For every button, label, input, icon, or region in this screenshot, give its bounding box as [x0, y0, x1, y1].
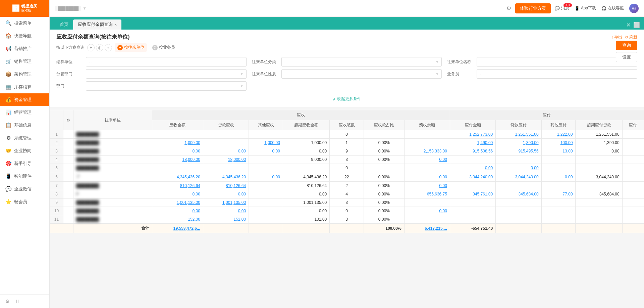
export-btn[interactable]: ↑ 导出 [611, 34, 622, 40]
sidebar-item-biz-wechat[interactable]: 💬 企业微信 [0, 183, 49, 195]
topbar-gear-icon[interactable]: ⚙ [506, 5, 511, 11]
cell-ap-other[interactable]: 1,222.00 [541, 130, 576, 139]
cell-ar-amount[interactable]: 0.00 [152, 207, 203, 215]
cell-ap-last [622, 130, 644, 139]
collapse-more-btn[interactable]: ∧ 收起更多条件 [333, 95, 361, 103]
sidebar-item-inventory[interactable]: 🏢 库存核算 [0, 81, 49, 93]
cell-ar-other[interactable]: 1,000.00 [249, 139, 283, 147]
messages-btn[interactable]: 💬 消息 99+ [555, 5, 569, 11]
settlement-unit-input[interactable]: ··· [86, 57, 247, 67]
sidebar-item-marketing[interactable]: 📢 营销推广 [0, 42, 49, 55]
cell-ar-amount[interactable]: 4,345,436.20 [152, 172, 203, 182]
user-profile-btn[interactable]: Rit [629, 4, 639, 13]
cell-ap-loan[interactable]: 0.00 [496, 164, 541, 172]
online-service-btn[interactable]: 🎧 在线客服 [601, 5, 624, 11]
sidebar-settings-btn[interactable]: ⚙ [4, 297, 11, 305]
cell-ap-other[interactable]: 13.00 [541, 147, 576, 156]
cell-ap-amount[interactable]: 915,508.56 [450, 147, 495, 156]
cell-ap-amount[interactable]: 3,044,240.00 [450, 172, 495, 182]
tab-home[interactable]: 首页 [55, 19, 73, 30]
sidebar-item-fund[interactable]: 💰 资金管理 [0, 93, 49, 106]
sidebar-toggle-btn[interactable]: ⏸ [14, 297, 21, 305]
cell-ap-loan[interactable]: 3,044,240.00 [496, 172, 541, 182]
sidebar-item-smart-hw[interactable]: 📱 智能硬件 [0, 170, 49, 183]
cell-ar-loan[interactable]: 810,126.64 [203, 182, 249, 190]
dept-manager-input[interactable]: ▼ [86, 69, 247, 79]
sidebar-item-beginner[interactable]: 🎯 新手引导 [0, 157, 49, 170]
sidebar-item-search-menu[interactable]: 🔍 搜索菜单 [0, 17, 49, 30]
tab-close-btn[interactable]: × [115, 23, 117, 27]
cell-prepaid[interactable]: 0.00 [404, 172, 450, 182]
cell-ar-loan[interactable]: 152.00 [203, 215, 249, 224]
cell-ap-loan[interactable]: 1,390.00 [496, 139, 541, 147]
filter-collapse-btn[interactable]: « [105, 44, 112, 51]
cell-ap-other[interactable]: 77.00 [541, 190, 576, 199]
tab-expand-btn[interactable]: ⬜ [633, 22, 640, 28]
sidebar-item-ops[interactable]: 📊 经营管理 [0, 106, 49, 119]
customer-nature-input[interactable]: ▼ [281, 69, 442, 79]
sidebar-item-basic-info[interactable]: 📋 基础信息 [0, 119, 49, 132]
cell-prepaid[interactable]: 0.00 [404, 156, 450, 164]
cell-ap-other[interactable]: 0.00 [541, 172, 576, 182]
cell-ar-loan[interactable]: 0.00 [203, 190, 249, 199]
tab-close-window-btn[interactable]: ✕ [626, 22, 631, 28]
cell-ar-amount[interactable]: 810,126.64 [152, 182, 203, 190]
table-settings-icon[interactable]: ⚙ [66, 118, 70, 123]
cell-ar-other[interactable]: 0.00 [249, 147, 283, 156]
cell-ar-loan[interactable]: 0.00 [203, 147, 249, 156]
scheme-by-customer[interactable]: ✦ 按往来单位 [115, 43, 147, 52]
cell-ar-amount[interactable]: 152.00 [152, 215, 203, 224]
cell-ar-other[interactable]: 0.00 [249, 172, 283, 182]
cell-ap-loan[interactable]: 1,251,551.00 [496, 130, 541, 139]
cell-ap-loan[interactable]: 915,495.56 [496, 147, 541, 156]
table-container[interactable]: ⚙ 往来单位 应收 应付 应收金额 贷款应收 其他应收 超期应收金额 应收笔数 [50, 110, 644, 233]
total-cell-2[interactable]: 19,553,472,6... [152, 224, 203, 233]
cell-ap-amount[interactable]: 1,490.00 [450, 139, 495, 147]
tab-current[interactable]: 应收应付余额查询 × [73, 19, 121, 30]
salesman-input[interactable]: ··· [477, 69, 637, 79]
cell-ar-loan[interactable]: 1,001,135.00 [203, 199, 249, 207]
cell-ap-loan[interactable]: 345,684.00 [496, 190, 541, 199]
cell-ar-amount[interactable]: 0.00 [152, 190, 203, 199]
sidebar-item-biz-coop[interactable]: 🤝 企业协同 [0, 144, 49, 157]
cell-ap-amount[interactable]: 0.00 [450, 164, 495, 172]
filter-settings-btn[interactable]: ◎ [96, 44, 103, 51]
cell-ar-amount[interactable]: 1,001,135.00 [152, 199, 203, 207]
cell-ap-amount[interactable]: 1,252,773.00 [450, 130, 495, 139]
scheme-by-salesman[interactable]: ⏱ 按业务员 [150, 43, 178, 52]
customer-category-input[interactable]: ▼ [281, 57, 442, 67]
sidebar-item-purchase[interactable]: 📦 采购管理 [0, 68, 49, 81]
cell-ar-loan[interactable]: 18,000.00 [203, 156, 249, 164]
settings-button[interactable]: 设置 [616, 52, 637, 62]
total-cell-12 [576, 224, 622, 233]
cell-ar-amount[interactable]: 0.00 [152, 147, 203, 156]
cell-ar-amount[interactable]: 1,000.00 [152, 139, 203, 147]
cell-ar-loan[interactable]: 0.00 [203, 207, 249, 215]
sidebar-item-sys[interactable]: ⚙ 系统管理 [0, 132, 49, 144]
total-cell-8[interactable]: 6,417,215.... [404, 224, 450, 233]
cell-ar-count: 9 [330, 147, 364, 156]
field-settlement-label: 结算单位 [56, 59, 83, 65]
cell-prepaid[interactable]: 0.00 [404, 182, 450, 190]
promo-button[interactable]: 体验行业方案 [515, 3, 551, 13]
sidebar-item-quick-nav[interactable]: 🏠 快捷导航 [0, 30, 49, 42]
sidebar-item-sales[interactable]: 🛒 销售管理 [0, 55, 49, 68]
marketing-icon: 📢 [5, 46, 11, 52]
sidebar-item-vip[interactable]: ⭐ 畅会员 [0, 195, 49, 208]
cell-ar-loan[interactable]: 4,345,436.20 [203, 172, 249, 182]
app-download-btn[interactable]: 📱 App下载 [575, 5, 596, 11]
cell-ar-amount [152, 130, 203, 139]
cell-ar-count: 3 [330, 199, 364, 207]
cell-prepaid[interactable]: 2,153,333.00 [404, 147, 450, 156]
customer-name-input[interactable] [477, 57, 637, 67]
cell-prepaid[interactable]: 0.00 [404, 207, 450, 215]
cell-ap-amount[interactable]: 345,761.00 [450, 190, 495, 199]
query-button[interactable]: 查询 [616, 41, 637, 50]
cell-ar-amount[interactable]: 18,000.00 [152, 156, 203, 164]
dept-input[interactable]: ▼ [86, 81, 247, 91]
filter-add-btn[interactable]: + [87, 44, 95, 51]
cell-ap-other[interactable]: 100.00 [541, 139, 576, 147]
refresh-btn[interactable]: ↻ 刷新 [625, 34, 637, 40]
cell-prepaid[interactable]: 655,636.75 [404, 190, 450, 199]
th-customer: 往来单位 [73, 110, 152, 130]
